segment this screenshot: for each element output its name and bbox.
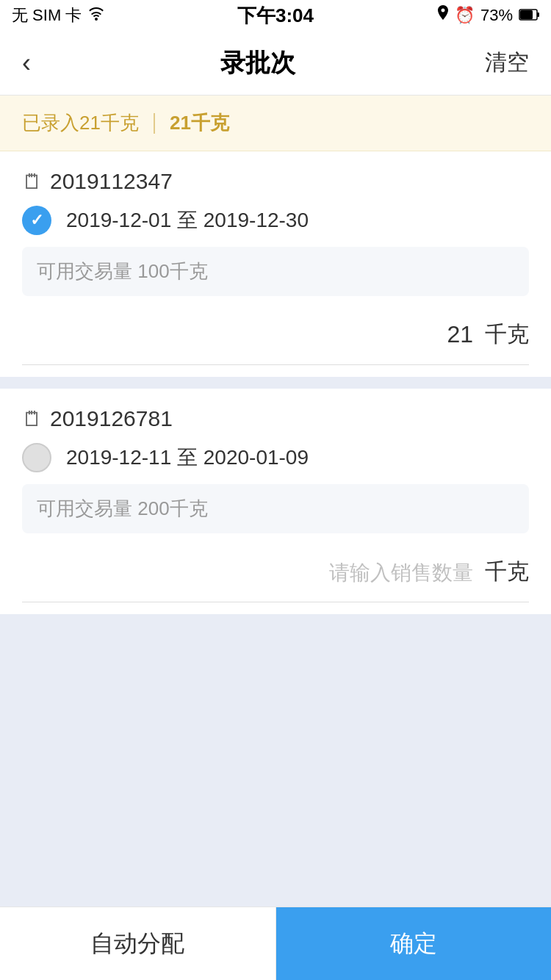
back-button[interactable]: ‹ — [22, 48, 31, 79]
alarm-icon: ⏰ — [455, 6, 475, 25]
battery-percent: 73% — [480, 6, 513, 25]
status-bar-time: 下午3:04 — [237, 3, 314, 29]
batch-1-input-row: 21 千克 — [0, 308, 551, 364]
batch-card-2: 🗒 2019126781 2019-12-11 至 2020-01-09 可用交… — [0, 389, 551, 614]
batch-2-date: 2019-12-11 至 2020-01-09 — [66, 444, 309, 472]
batch-1-header: 🗒 2019112347 — [0, 151, 551, 200]
confirm-button[interactable]: 确定 — [276, 907, 552, 980]
svg-rect-2 — [520, 10, 533, 19]
clear-button[interactable]: 清空 — [485, 48, 529, 78]
batch-2-input-row: 千克 — [0, 545, 551, 602]
info-value: 21千克 — [170, 110, 229, 136]
batch-2-icon: 🗒 — [22, 407, 43, 431]
batch-1-quantity: 21 — [447, 321, 473, 348]
batch-1-date: 2019-12-01 至 2019-12-30 — [66, 206, 309, 234]
info-label: 已录入21千克 — [22, 110, 139, 136]
batch-2-header: 🗒 2019126781 — [0, 389, 551, 437]
batch-1-radio[interactable]: ✓ — [22, 206, 51, 235]
batch-1-available: 可用交易量 100千克 — [22, 247, 529, 296]
batch-1-icon: 🗒 — [22, 170, 43, 194]
batch-2-id: 2019126781 — [50, 406, 173, 431]
batch-1-row[interactable]: ✓ 2019-12-01 至 2019-12-30 — [0, 200, 551, 241]
batch-2-spacer — [0, 602, 551, 614]
batch-2-row[interactable]: 2019-12-11 至 2020-01-09 — [0, 437, 551, 478]
nav-bar: ‹ 录批次 清空 — [0, 31, 551, 96]
batch-1-spacer — [0, 365, 551, 377]
info-banner: 已录入21千克 21千克 — [0, 96, 551, 151]
auto-distribute-button[interactable]: 自动分配 — [0, 907, 276, 980]
battery-icon — [519, 6, 539, 25]
footer: 自动分配 确定 — [0, 907, 551, 980]
status-bar: 无 SIM 卡 下午3:04 ⏰ 73% — [0, 0, 551, 31]
status-bar-right: ⏰ 73% — [437, 5, 539, 26]
bottom-empty-area — [0, 614, 551, 937]
sim-text: 无 SIM 卡 — [12, 4, 82, 26]
batch-1-id: 2019112347 — [50, 169, 173, 194]
batch-2-available: 可用交易量 200千克 — [22, 484, 529, 533]
page-title: 录批次 — [220, 46, 295, 80]
batch-card-1: 🗒 2019112347 ✓ 2019-12-01 至 2019-12-30 可… — [0, 151, 551, 377]
svg-rect-1 — [537, 12, 539, 17]
location-icon — [437, 5, 449, 26]
batch-2-radio[interactable] — [22, 443, 51, 472]
batch-1-unit: 千克 — [485, 320, 529, 350]
info-divider — [154, 113, 155, 134]
batch-2-unit: 千克 — [485, 557, 529, 587]
batch-2-quantity-input[interactable] — [326, 558, 473, 586]
check-icon: ✓ — [30, 211, 43, 230]
wifi-icon — [87, 6, 105, 25]
status-bar-left: 无 SIM 卡 — [12, 4, 105, 26]
section-separator — [0, 377, 551, 389]
content-area: 🗒 2019112347 ✓ 2019-12-01 至 2019-12-30 可… — [0, 151, 551, 980]
